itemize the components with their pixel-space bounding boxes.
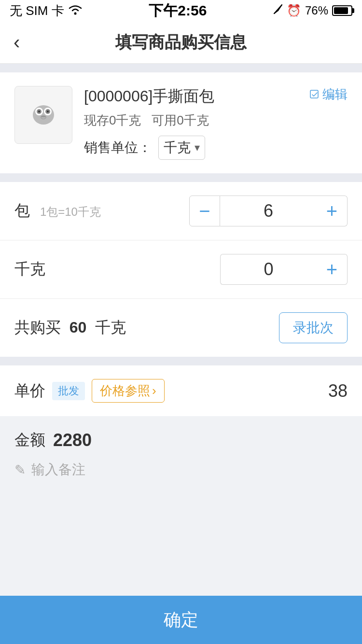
unit-value: 千克 <box>164 139 191 157</box>
minus-icon: − <box>199 200 210 222</box>
available-text: 可用0千克 <box>152 113 209 127</box>
content-fill <box>0 487 362 596</box>
back-button[interactable]: ‹ <box>14 31 20 53</box>
price-section: 单价 批发 价格参照 › 38 <box>0 365 362 416</box>
amount-label: 金额 <box>14 430 45 451</box>
plus-icon: + <box>326 200 337 222</box>
svg-rect-9 <box>310 90 318 98</box>
total-value: 60 <box>70 319 87 336</box>
chevron-right-icon: › <box>152 383 156 398</box>
kg-quantity-input[interactable] <box>220 254 317 285</box>
confirm-button[interactable]: 确定 <box>0 596 362 644</box>
kg-plus-icon: + <box>326 259 337 280</box>
price-ref-label: 价格参照 <box>100 382 150 399</box>
price-label: 单价 <box>14 380 45 402</box>
stock-text: 现存0千克 <box>84 113 141 127</box>
product-unit-row: 销售单位： 千克 ▾ <box>84 136 348 160</box>
product-card: [0000006]手撕面包 编辑 现存0千克 可用0千克 销售单位： 千克 ▾ <box>0 72 362 173</box>
battery-icon <box>332 5 352 16</box>
edit-link[interactable]: 编辑 <box>309 86 348 103</box>
kg-quantity-control: + <box>220 254 348 285</box>
middle-divider <box>0 173 362 182</box>
status-left: 无 SIM 卡 <box>10 2 83 19</box>
bag-plus-button[interactable]: + <box>317 196 348 226</box>
kg-input-row: 千克 + <box>0 240 362 299</box>
price-ref-button[interactable]: 价格参照 › <box>92 379 165 403</box>
location-icon <box>273 4 283 17</box>
bag-quantity-input[interactable] <box>220 196 317 226</box>
unit-select[interactable]: 千克 ▾ <box>158 136 205 160</box>
edit-label: 编辑 <box>322 86 348 103</box>
price-row: 单价 批发 价格参照 › 38 <box>14 379 348 403</box>
unit-label: 销售单位： <box>84 139 152 157</box>
price-value: 38 <box>328 381 348 401</box>
status-bar: 无 SIM 卡 下午2:56 ⏰ 76% <box>0 0 362 21</box>
svg-point-7 <box>47 111 49 112</box>
product-name: [0000006]手撕面包 <box>84 86 214 107</box>
bag-input-row: 包 1包=10千克 − + <box>0 182 362 240</box>
top-divider <box>0 64 362 72</box>
chevron-down-icon: ▾ <box>195 141 200 154</box>
amount-value: 2280 <box>53 430 92 450</box>
product-image <box>14 86 72 144</box>
bag-hint: 1包=10千克 <box>40 205 101 218</box>
alarm-icon: ⏰ <box>287 4 301 17</box>
pencil-icon: ✎ <box>14 462 26 478</box>
battery-text: 76% <box>305 4 328 17</box>
product-stock: 现存0千克 可用0千克 <box>84 112 348 129</box>
product-info: [0000006]手撕面包 编辑 现存0千克 可用0千克 销售单位： 千克 ▾ <box>84 86 348 160</box>
page-title: 填写商品购买信息 <box>115 31 247 54</box>
note-placeholder: 输入备注 <box>31 461 85 479</box>
input-section: 包 1包=10千克 − + 千克 + <box>0 182 362 299</box>
note-row[interactable]: ✎ 输入备注 <box>14 461 348 479</box>
kg-label: 千克 <box>14 259 220 280</box>
svg-point-1 <box>33 105 54 125</box>
status-right: ⏰ 76% <box>273 4 352 17</box>
bag-label: 包 1包=10千克 <box>14 200 189 222</box>
amount-row: 金额 2280 <box>14 430 348 451</box>
product-header: [0000006]手撕面包 编辑 <box>84 86 348 107</box>
kg-plus-button[interactable]: + <box>317 254 348 285</box>
wifi-icon <box>68 3 83 18</box>
price-left: 单价 批发 价格参照 › <box>14 379 165 403</box>
nav-bar: ‹ 填写商品购买信息 <box>0 21 362 64</box>
status-time: 下午2:56 <box>149 1 207 21</box>
total-text: 共购买 60 千克 <box>14 317 126 338</box>
batch-tag: 批发 <box>52 382 85 400</box>
amount-section: 金额 2280 ✎ 输入备注 <box>0 416 362 487</box>
carrier-text: 无 SIM 卡 <box>10 2 64 19</box>
section-divider <box>0 357 362 365</box>
total-row: 共购买 60 千克 录批次 <box>0 299 362 357</box>
batch-record-button[interactable]: 录批次 <box>279 312 348 343</box>
svg-point-6 <box>38 111 40 112</box>
product-logo-icon <box>27 98 60 132</box>
bag-minus-button[interactable]: − <box>189 196 220 226</box>
bag-quantity-control: − + <box>189 196 348 226</box>
svg-point-0 <box>74 12 76 14</box>
